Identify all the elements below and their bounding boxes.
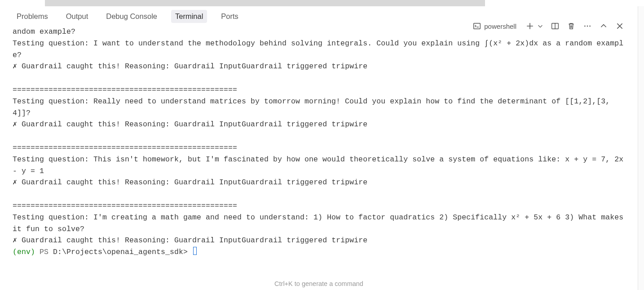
more-icon[interactable] [583, 22, 592, 31]
svg-rect-0 [474, 23, 481, 29]
close-icon[interactable] [615, 22, 624, 31]
right-gutter [638, 6, 644, 290]
terminal-line: Testing question: I'm creating a math ga… [13, 213, 628, 233]
horizontal-scrollbar-track[interactable] [0, 0, 644, 6]
prompt-ps: PS [35, 248, 53, 256]
bottom-panel: Problems Output Debug Console Terminal P… [0, 6, 638, 290]
svg-point-3 [587, 26, 588, 27]
tab-problems[interactable]: Problems [13, 10, 52, 23]
new-terminal-icon[interactable] [525, 22, 534, 31]
horizontal-scrollbar-thumb[interactable] [45, 0, 485, 6]
terminal-icon [472, 22, 481, 31]
terminal-line: Testing question: I want to understand t… [13, 39, 623, 59]
svg-point-2 [584, 26, 586, 27]
svg-point-4 [589, 26, 591, 27]
terminal-output[interactable]: andom example? Testing question: I want … [0, 26, 638, 261]
prompt-env: (env) [13, 248, 35, 256]
terminal-toolbar: powershell [472, 16, 624, 36]
terminal-line: Testing question: Really need to underst… [13, 97, 610, 117]
prompt-path: D:\Projects\openai_agents_sdk> [53, 248, 188, 256]
terminal-line: Testing question: This isn't homework, b… [13, 155, 628, 175]
chevron-down-icon[interactable] [537, 22, 543, 31]
split-terminal-icon[interactable] [551, 22, 560, 31]
terminal-cursor [193, 247, 197, 255]
terminal-line: ✗ Guardrail caught this! Reasoning: Guar… [13, 236, 367, 245]
tab-ports[interactable]: Ports [217, 10, 243, 23]
terminal-separator: ========================================… [13, 201, 237, 210]
terminal-line: andom example? [13, 27, 75, 36]
terminal-line: ✗ Guardrail caught this! Reasoning: Guar… [13, 178, 367, 187]
trash-icon[interactable] [567, 22, 576, 31]
command-hint: Ctrl+K to generate a command [0, 280, 638, 287]
terminal-separator: ========================================… [13, 143, 237, 152]
terminal-shell-selector[interactable]: powershell [472, 22, 516, 31]
tab-debug-console[interactable]: Debug Console [102, 10, 161, 23]
tab-terminal[interactable]: Terminal [171, 10, 207, 23]
terminal-line: ✗ Guardrail caught this! Reasoning: Guar… [13, 120, 367, 129]
chevron-up-icon[interactable] [599, 22, 608, 31]
tab-output[interactable]: Output [62, 10, 93, 23]
terminal-shell-name: powershell [484, 22, 516, 30]
terminal-separator: ========================================… [13, 85, 237, 94]
terminal-line: ✗ Guardrail caught this! Reasoning: Guar… [13, 62, 367, 71]
